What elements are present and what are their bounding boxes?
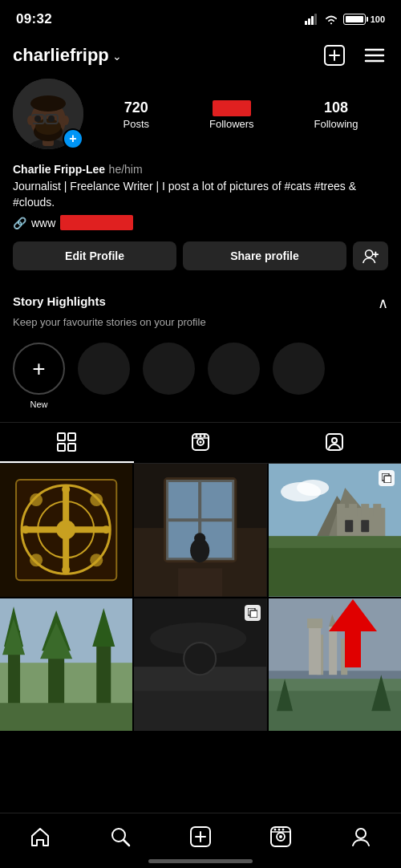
full-name: Charlie Fripp-Lee <box>13 163 105 176</box>
svg-rect-28 <box>68 433 75 440</box>
highlights-title: Story Highlights <box>13 294 106 308</box>
add-post-button[interactable] <box>321 42 348 69</box>
reels-nav-icon <box>270 826 291 847</box>
svg-point-37 <box>204 435 206 437</box>
highlight-item-2[interactable] <box>143 343 195 409</box>
red-arrow-icon <box>321 591 385 671</box>
link-www: www <box>31 217 55 229</box>
svg-rect-99 <box>250 610 257 618</box>
add-square-nav-icon <box>190 826 211 847</box>
grid-item-1[interactable] <box>0 464 132 596</box>
nav-home-button[interactable] <box>25 821 55 852</box>
highlight-item-4[interactable] <box>273 343 325 409</box>
grid-item-4[interactable] <box>0 598 132 731</box>
posts-count: 720 <box>124 99 148 116</box>
grid-item-3[interactable] <box>269 464 401 596</box>
username-text: charliefripp <box>13 45 109 66</box>
following-stat[interactable]: 108 Following <box>314 99 358 130</box>
svg-point-47 <box>62 485 70 493</box>
profile-top-row: + 720 Posts Followers 108 Following <box>13 79 388 151</box>
followers-stat[interactable]: Followers <box>209 100 254 130</box>
highlight-circle-2 <box>143 343 195 395</box>
svg-point-51 <box>30 493 43 506</box>
wifi-icon <box>324 14 338 25</box>
nav-profile-button[interactable] <box>346 821 376 852</box>
highlights-header: Story Highlights ∧ <box>13 294 388 312</box>
battery-icon: 100 <box>343 14 385 25</box>
edit-profile-button[interactable]: Edit Profile <box>13 241 176 270</box>
svg-rect-92 <box>0 703 132 731</box>
nav-add-button[interactable] <box>185 821 216 852</box>
add-person-button[interactable] <box>353 241 388 270</box>
highlight-circle-1 <box>78 343 130 395</box>
nav-reels-button[interactable] <box>265 821 296 852</box>
story-highlights: Story Highlights ∧ Keep your favourite s… <box>0 294 401 422</box>
multiple-photos-icon <box>382 473 391 483</box>
photo-trees-sky <box>0 598 132 731</box>
profile-section: + 720 Posts Followers 108 Following Char… <box>0 79 401 294</box>
highlights-collapse-button[interactable]: ∧ <box>378 294 388 312</box>
svg-rect-72 <box>337 504 345 516</box>
avatar-add-story-button[interactable]: + <box>63 128 83 149</box>
stats-row: 720 Posts Followers 108 Following <box>93 99 388 130</box>
svg-rect-64 <box>178 569 222 597</box>
highlight-item-3[interactable] <box>208 343 260 409</box>
link-redacted <box>60 215 132 230</box>
highlight-new-label: New <box>30 400 47 409</box>
svg-rect-106 <box>309 623 321 675</box>
add-square-icon <box>324 45 345 66</box>
svg-point-54 <box>90 554 103 567</box>
tab-tagged[interactable] <box>267 423 401 463</box>
header-icons <box>321 42 388 69</box>
highlight-new-circle: + <box>13 343 65 395</box>
highlights-row: + New <box>13 343 388 422</box>
tab-grid[interactable] <box>0 423 134 463</box>
svg-rect-76 <box>345 521 353 533</box>
pronouns: he/him <box>109 163 143 176</box>
svg-point-52 <box>90 493 103 506</box>
svg-point-35 <box>196 435 198 437</box>
bio-name-row: Charlie Fripp-Lee he/him <box>13 162 388 176</box>
svg-rect-73 <box>349 504 357 516</box>
menu-button[interactable] <box>361 44 388 67</box>
svg-point-120 <box>279 835 282 838</box>
grid-item-5[interactable] <box>134 598 266 731</box>
svg-point-68 <box>297 480 329 496</box>
svg-point-50 <box>102 526 110 534</box>
content-tabs <box>0 422 401 464</box>
svg-point-19 <box>34 116 41 122</box>
svg-rect-77 <box>361 521 369 533</box>
highlight-circle-4 <box>273 343 325 395</box>
svg-line-114 <box>124 840 129 846</box>
svg-point-39 <box>332 438 337 443</box>
tagged-icon <box>325 432 344 452</box>
bio-description: Journalist | Freelance Writer | I post a… <box>13 179 388 210</box>
svg-point-23 <box>30 95 66 112</box>
photo-ornate-door <box>0 464 132 596</box>
link-icon: 🔗 <box>13 217 26 229</box>
highlight-item-1[interactable] <box>78 343 130 409</box>
svg-point-125 <box>356 829 366 838</box>
nav-search-button[interactable] <box>105 821 136 852</box>
header: charliefripp ⌄ <box>0 35 401 79</box>
hamburger-icon <box>364 47 385 63</box>
svg-point-97 <box>184 643 216 675</box>
status-bar: 09:32 100 <box>0 0 401 35</box>
bio-link[interactable]: 🔗 www <box>13 215 388 230</box>
followers-bar-redacted <box>213 100 251 116</box>
highlights-subtitle: Keep your favourite stories on your prof… <box>13 315 388 330</box>
svg-point-123 <box>278 829 281 831</box>
followers-label: Followers <box>209 118 254 130</box>
username-row[interactable]: charliefripp ⌄ <box>13 45 122 66</box>
svg-point-46 <box>56 521 75 540</box>
grid-item-2[interactable] <box>134 464 266 596</box>
tab-reels[interactable] <box>134 423 268 463</box>
posts-stat[interactable]: 720 Posts <box>123 99 149 130</box>
svg-rect-3 <box>314 14 317 25</box>
reels-icon <box>191 432 210 452</box>
share-profile-button[interactable]: Share profile <box>183 241 346 270</box>
photo-window-room <box>134 464 266 596</box>
svg-point-21 <box>27 116 34 125</box>
highlight-new-item[interactable]: + New <box>13 343 65 409</box>
add-person-icon <box>363 248 379 264</box>
